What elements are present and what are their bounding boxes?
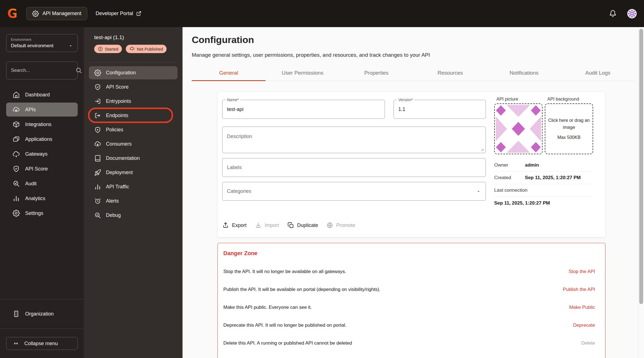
alarm-clock-icon <box>94 198 101 205</box>
arrow-into-box-icon <box>94 98 101 105</box>
api-menu-item-entrypoints[interactable]: Entrypoints <box>89 95 177 108</box>
tab-general[interactable]: General <box>192 65 266 81</box>
sidebar-item-gateways[interactable]: Gateways <box>6 147 78 161</box>
cube-icon <box>13 121 20 128</box>
promote-button[interactable]: Promote <box>326 222 355 229</box>
scrollbar-thumb[interactable] <box>639 29 643 304</box>
sidebar-item-audit[interactable]: Audit <box>6 177 78 191</box>
tab-properties[interactable]: Properties <box>339 65 413 81</box>
search-input[interactable] <box>11 68 73 73</box>
sidebar-bottom: Organization Collapse menu <box>0 299 84 358</box>
tab-audit-logs[interactable]: Audit Logs <box>561 65 635 81</box>
sidebar-nav: Dashboard APIs Integrations Applications… <box>0 88 84 220</box>
tab-resources[interactable]: Resources <box>413 65 487 81</box>
danger-text: Stop the API. It will no longer be avail… <box>223 269 346 274</box>
status-badge-not-published: Not Published <box>126 45 166 53</box>
publish-the-api-button[interactable]: Publish the API <box>563 287 595 292</box>
api-menu-item-configuration[interactable]: Configuration <box>89 66 177 79</box>
organization-label: Organization <box>25 311 54 317</box>
export-button[interactable]: Export <box>222 222 247 229</box>
rocket-icon <box>94 169 101 176</box>
sidebar-item-analytics[interactable]: Analytics <box>6 191 78 205</box>
api-menu-item-policies[interactable]: Policies <box>89 123 177 136</box>
name-input[interactable] <box>227 106 380 112</box>
promote-label: Promote <box>336 222 355 228</box>
page-subtitle: Manage general settings, user permission… <box>192 52 644 58</box>
description-field <box>222 127 486 153</box>
version-input[interactable] <box>398 106 481 112</box>
import-label: Import <box>265 222 279 228</box>
last-connection-row: Last connection <box>494 184 593 197</box>
notifications-bell-icon[interactable] <box>609 10 617 17</box>
api-menu-item-label: Alerts <box>106 198 119 204</box>
deprecate-button[interactable]: Deprecate <box>573 323 595 328</box>
api-menu-item-alerts[interactable]: Alerts <box>89 195 177 208</box>
labels-input[interactable] <box>227 165 481 170</box>
user-avatar[interactable] <box>627 9 637 18</box>
api-menu-item-documentation[interactable]: Documentation <box>89 152 177 165</box>
make-public-button[interactable]: Make Public <box>569 305 595 310</box>
sidebar-item-label: Settings <box>25 210 43 216</box>
developer-portal-link[interactable]: Developer Portal <box>96 11 141 16</box>
gear-icon <box>94 69 101 77</box>
shield-star-icon <box>94 126 101 134</box>
sidebar-item-api-score[interactable]: API Score <box>6 162 78 176</box>
api-identicon-image <box>495 104 542 154</box>
api-menu-item-api-score[interactable]: API Score <box>89 80 177 94</box>
gear-icon <box>32 10 39 17</box>
search-check-icon <box>94 212 101 219</box>
svg-text:G: G <box>7 7 17 20</box>
export-label: Export <box>232 222 247 228</box>
page-title: Configuration <box>192 34 644 45</box>
owner-label: Owner <box>494 162 525 168</box>
api-background-dropzone[interactable]: Click here or drag an image Max 500KB <box>545 103 593 154</box>
categories-placeholder: Categories <box>227 188 251 194</box>
description-input[interactable] <box>227 134 481 147</box>
sidebar-item-label: APIs <box>25 107 36 113</box>
vertical-scrollbar[interactable] <box>638 27 644 358</box>
duplicate-button[interactable]: Duplicate <box>287 222 318 229</box>
environment-selector[interactable]: Environment Default environment <box>6 34 78 52</box>
api-menu-item-api-traffic[interactable]: API Traffic <box>89 180 177 193</box>
import-button[interactable]: Import <box>255 222 279 229</box>
tab-user-permissions[interactable]: User Permissions <box>266 65 339 81</box>
environment-label: Environment <box>11 37 73 42</box>
api-title: test-api (1.1) <box>94 34 177 41</box>
owner-row: Owner admin <box>494 159 593 172</box>
cloud-node-icon <box>13 150 20 158</box>
categories-select[interactable]: Categories <box>222 182 486 201</box>
created-label: Created <box>494 175 525 181</box>
cloud-x-icon <box>129 46 135 52</box>
copy-icon <box>287 222 294 229</box>
play-circle-icon <box>98 46 103 51</box>
main-sidebar: Environment Default environment Dashboar… <box>0 27 84 358</box>
danger-row-publish: Publish the API. It will be available on… <box>223 281 595 298</box>
gravitee-logo-icon[interactable]: G <box>6 7 19 20</box>
sidebar-item-applications[interactable]: Applications <box>6 132 78 146</box>
api-menu-item-deployment[interactable]: Deployment <box>89 166 177 179</box>
api-menu-item-debug[interactable]: Debug <box>89 209 177 222</box>
divider <box>89 62 177 63</box>
sidebar-item-integrations[interactable]: Integrations <box>6 117 78 131</box>
sidebar-item-label: Audit <box>25 181 37 187</box>
api-menu-item-label: API Score <box>106 84 129 90</box>
tab-notifications[interactable]: Notifications <box>487 65 561 81</box>
sidebar-item-dashboard[interactable]: Dashboard <box>6 88 78 102</box>
api-menu-item-consumers[interactable]: Consumers <box>89 137 177 151</box>
bar-chart-icon <box>13 195 20 202</box>
tab-bar: General User Permissions Properties Reso… <box>192 65 635 81</box>
danger-text: Make this API public. Everyone can see i… <box>223 305 312 310</box>
version-field: Version* <box>394 100 486 119</box>
collapse-menu-button[interactable]: Collapse menu <box>6 337 78 350</box>
sidebar-item-apis[interactable]: APIs <box>6 103 78 117</box>
sidebar-item-settings[interactable]: Settings <box>6 206 78 220</box>
resize-handle-icon[interactable] <box>480 147 484 151</box>
sidebar-item-organization[interactable]: Organization <box>0 299 84 328</box>
status-badge-label: Not Published <box>137 47 163 51</box>
api-menu-item-endpoints[interactable]: Endpoints <box>89 109 177 122</box>
delete-button[interactable]: Delete <box>581 340 595 346</box>
stop-the-api-button[interactable]: Stop the API <box>569 269 595 274</box>
api-management-button[interactable]: API Management <box>26 7 87 20</box>
api-picture-dropzone[interactable] <box>494 103 543 154</box>
sidebar-item-label: Applications <box>25 136 52 142</box>
